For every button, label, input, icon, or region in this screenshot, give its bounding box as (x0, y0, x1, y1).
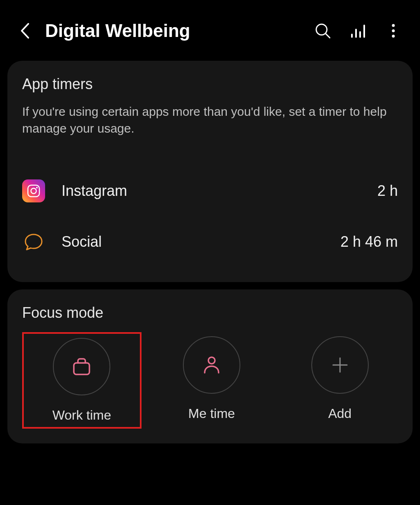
focus-circle (183, 336, 240, 394)
person-icon (200, 353, 224, 377)
svg-line-1 (326, 34, 330, 38)
svg-point-6 (392, 24, 395, 27)
app-timers-title: App timers (22, 76, 398, 93)
app-timer-item-instagram[interactable]: Instagram 2 h (22, 165, 398, 216)
page-title: Digital Wellbeing (45, 21, 300, 41)
briefcase-icon (70, 355, 94, 379)
instagram-icon (22, 179, 45, 202)
svg-rect-12 (74, 363, 89, 374)
plus-icon (328, 353, 352, 377)
chevron-left-icon (19, 22, 30, 39)
app-timer-item-social[interactable]: Social 2 h 46 m (22, 216, 398, 267)
search-button[interactable] (313, 21, 333, 41)
social-icon (22, 230, 45, 253)
focus-circle (53, 338, 110, 395)
focus-circle (311, 336, 369, 394)
app-time: 2 h (377, 182, 398, 200)
svg-point-13 (208, 357, 215, 364)
header: Digital Wellbeing (0, 0, 420, 53)
bar-chart-icon (349, 22, 367, 39)
svg-rect-9 (28, 185, 39, 197)
focus-mode-card: Focus mode Work time Me time (7, 289, 413, 443)
app-name: Social (62, 233, 324, 250)
focus-mode-add[interactable]: Add (282, 332, 398, 429)
app-timers-card: App timers If you're using certain apps … (7, 61, 413, 282)
app-timers-description: If you're using certain apps more than y… (22, 103, 398, 137)
search-icon (314, 22, 331, 39)
svg-point-10 (31, 188, 37, 194)
app-time: 2 h 46 m (340, 233, 398, 250)
more-button[interactable] (383, 21, 404, 41)
focus-label: Add (328, 406, 352, 421)
focus-mode-me-time[interactable]: Me time (154, 332, 270, 429)
svg-point-7 (392, 30, 395, 32)
svg-point-8 (392, 35, 395, 38)
focus-label: Me time (188, 406, 235, 421)
app-name: Instagram (62, 182, 361, 200)
more-vertical-icon (385, 22, 402, 39)
focus-label: Work time (52, 408, 111, 423)
back-button[interactable] (16, 23, 33, 39)
focus-mode-title: Focus mode (22, 304, 398, 321)
focus-mode-work-time[interactable]: Work time (22, 332, 142, 429)
chart-button[interactable] (348, 21, 368, 41)
svg-point-11 (36, 187, 38, 188)
